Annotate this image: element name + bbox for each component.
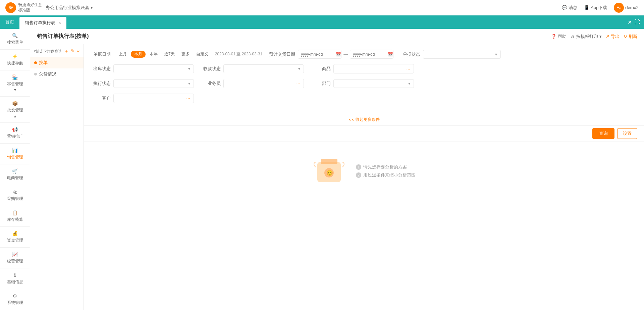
filter-item-salesperson: 业务员 ··· (201, 79, 304, 88)
tab-home[interactable]: 首页 (0, 15, 19, 29)
app-download-button[interactable]: 📱 App下载 (584, 5, 607, 11)
salesperson-select[interactable]: ··· (223, 79, 304, 88)
collapse-scheme-icon[interactable]: « (77, 48, 79, 54)
tip-num-1: 1 (356, 164, 361, 170)
sidebar-item-wholesale-mgmt[interactable]: 📦 批发管理 ▴ (0, 97, 30, 123)
salesperson-dots-icon[interactable]: ··· (296, 81, 300, 86)
dept-select[interactable]: ▾ (333, 79, 414, 88)
chevron-down-icon: ▾ (91, 5, 93, 10)
filter-item-customer: 客户 ··· (91, 94, 194, 103)
expand-icon: ▴ (14, 114, 16, 118)
date-to-input[interactable]: 📅 (350, 50, 393, 59)
scheme-item-by-order[interactable]: 按单 (30, 57, 84, 68)
settings-button[interactable]: 设置 (617, 128, 637, 139)
sidebar-item-basic-info[interactable]: ℹ 基础信息 (0, 268, 30, 289)
scheme-panel: 按以下方案查询 ＋ ✎ « 按单 欠货情况 (30, 44, 84, 310)
sidebar-item-sys-mgmt[interactable]: ⚙ 系统管理 (0, 289, 30, 310)
tab-bar-actions: ✕ ⛶ (628, 19, 644, 25)
sidebar-item-quick-nav[interactable]: ⚡ 快捷导航 (0, 50, 30, 70)
wholesale-icon: 📦 (12, 101, 18, 106)
sidebar-item-ecom-mgmt[interactable]: 🛒 电商管理 (0, 164, 30, 185)
date-to-field[interactable] (353, 52, 386, 57)
date-from-input[interactable]: 📅 (298, 50, 341, 59)
date-tab-more[interactable]: 更多 (179, 51, 192, 58)
basic-icon: ℹ (14, 272, 16, 278)
filter-row-1: 单据日期 上月 本月 本年 近7天 更多 自定义 2023-03-01 至 20… (91, 50, 637, 59)
tab-sales-order[interactable]: 销售订单执行表 × (19, 17, 66, 29)
filter-item-exec: 执行状态 ▾ (91, 79, 194, 88)
user-info[interactable]: Ea demo2 (614, 3, 639, 13)
header-left: 好 畅捷通好生意 标准版 办公用品行业模拟账套 ▾ (5, 2, 93, 13)
message-icon: 💬 (562, 5, 567, 10)
empty-tips: 1 请先选择要分析的方案 2 用过滤条件来缩小分析范围 (356, 164, 416, 180)
status-select[interactable]: ▾ (423, 50, 501, 59)
date-tab-7days[interactable]: 近7天 (162, 51, 177, 58)
svg-rect-1 (321, 159, 337, 164)
goods-label: 商品 (311, 66, 331, 72)
app-icon: 📱 (584, 5, 589, 10)
date-tab-last-month[interactable]: 上月 (116, 51, 129, 58)
filter-item-status: 单据状态 ▾ (400, 50, 501, 59)
customer-dots-icon[interactable]: ··· (186, 96, 190, 101)
sidebar-item-retail-mgmt[interactable]: 🏪 零售管理 ▾ (0, 70, 30, 97)
sidebar-item-inventory-check[interactable]: 📋 库存核算 (0, 206, 30, 227)
scheme-panel-icons: ＋ ✎ « (64, 48, 79, 54)
sidebar-item-marketing[interactable]: 📢 营销推广 (0, 123, 30, 144)
export-button[interactable]: ↗ 导出 (606, 34, 620, 40)
filter-item-collection: 收款状态 ▾ (201, 64, 304, 73)
logo-area: 好 畅捷通好生意 标准版 (5, 2, 42, 13)
sidebar-item-search-menu[interactable]: 🔍 搜索菜单 (0, 29, 30, 50)
filter-item-delivery: 出库状态 ▾ (91, 64, 194, 73)
search-icon: 🔍 (12, 33, 18, 38)
tab-bar: 首页 销售订单执行表 × ✕ ⛶ (0, 15, 644, 29)
sidebar-item-ops-mgmt[interactable]: 📈 经营管理 (0, 248, 30, 268)
status-chevron-icon: ▾ (495, 52, 497, 57)
date-tab-custom[interactable]: 自定义 (194, 51, 211, 58)
collapse-bar[interactable]: ∧∧ 收起更多条件 (84, 114, 644, 125)
date-tab-this-month[interactable]: 本月 (131, 51, 146, 58)
goods-dots-icon[interactable]: ··· (406, 66, 410, 71)
filter-item-date: 单据日期 上月 本月 本年 近7天 更多 自定义 2023-03-01 至 20… (91, 51, 262, 58)
page-actions: ❓ 帮助 🖨 按模板打印 ▾ ↗ 导出 ↻ 刷新 (551, 34, 637, 44)
expand-icon: ▾ (14, 88, 16, 92)
purchase-icon: 🛍 (13, 189, 17, 195)
delivery-label: 出库状态 (91, 66, 111, 72)
active-dot-icon (34, 61, 37, 64)
filter-form-wrap: 单据日期 上月 本月 本年 近7天 更多 自定义 2023-03-01 至 20… (84, 44, 644, 310)
scheme-item-by-debt[interactable]: 欠货情况 (30, 68, 84, 80)
sidebar-item-finance-mgmt[interactable]: 💰 资金管理 (0, 227, 30, 248)
customer-label: 客户 (91, 95, 111, 101)
delivery-select[interactable]: ▾ (113, 64, 194, 73)
query-button[interactable]: 查询 (592, 128, 614, 139)
print-button[interactable]: 🖨 按模板打印 ▾ (571, 34, 602, 40)
message-button[interactable]: 💬 消息 (562, 5, 577, 11)
exec-select[interactable]: ▾ (113, 79, 194, 88)
page-selector[interactable]: 办公用品行业模拟账套 ▾ (46, 5, 93, 11)
date-range: 📅 — 📅 (298, 50, 393, 59)
salesperson-label: 业务员 (201, 81, 221, 87)
sidebar-item-sales-mgmt[interactable]: 📊 销售管理 (0, 144, 30, 164)
date-label: 单据日期 (91, 51, 111, 57)
right-panel: 单据日期 上月 本月 本年 近7天 更多 自定义 2023-03-01 至 20… (84, 44, 644, 310)
close-window-icon[interactable]: ✕ (628, 19, 632, 25)
maximize-icon[interactable]: ⛶ (635, 19, 640, 25)
svg-text:😊: 😊 (326, 170, 333, 176)
collection-select[interactable]: ▾ (223, 64, 304, 73)
date-from-field[interactable] (301, 52, 334, 57)
print-chevron-icon: ▾ (599, 34, 602, 39)
customer-select[interactable]: ··· (113, 94, 194, 103)
edit-scheme-icon[interactable]: ✎ (71, 48, 75, 54)
marketing-icon: 📢 (12, 127, 18, 132)
sidebar-item-purchase-mgmt[interactable]: 🛍 采购管理 (0, 185, 30, 206)
tab-close-icon[interactable]: × (59, 20, 61, 25)
export-icon: ↗ (606, 34, 609, 39)
help-button[interactable]: ❓ 帮助 (551, 34, 567, 40)
add-scheme-icon[interactable]: ＋ (64, 48, 69, 54)
action-bar: 查询 设置 (84, 125, 644, 142)
content-area: 销售订单执行表(按单) ❓ 帮助 🖨 按模板打印 ▾ ↗ 导出 ↻ 刷新 (30, 29, 644, 310)
goods-select[interactable]: ··· (333, 64, 414, 73)
refresh-button[interactable]: ↻ 刷新 (624, 34, 637, 40)
tip-num-2: 2 (356, 172, 361, 178)
calendar-to-icon: 📅 (388, 52, 393, 57)
date-tab-this-year[interactable]: 本年 (147, 51, 160, 58)
